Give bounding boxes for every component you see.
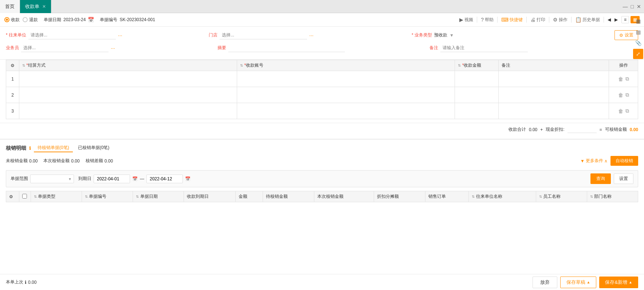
action-shortcut[interactable]: ⌨ 快捷键: [501, 17, 523, 23]
row-3-account[interactable]: [237, 103, 455, 119]
action-video[interactable]: ▶ 视频: [459, 17, 473, 23]
view-list-btn[interactable]: ≡: [621, 16, 629, 23]
row-2-account[interactable]: [237, 87, 455, 103]
summary-input[interactable]: [228, 44, 345, 52]
divider6: [604, 17, 604, 23]
row-3-settlement[interactable]: [19, 103, 237, 119]
row-3-amount[interactable]: [455, 103, 499, 119]
tab-done[interactable]: 已核销单据(0笔): [74, 144, 113, 152]
gear-icon[interactable]: ⚙: [11, 63, 15, 68]
counterparty-more-btn[interactable]: ···: [118, 32, 122, 38]
sidebar-card-icon[interactable]: ▤: [633, 27, 643, 37]
business-type-label: 业务类型: [412, 32, 432, 38]
row-2-settlement[interactable]: [19, 87, 237, 103]
sidebar-attach-icon[interactable]: 📎: [633, 38, 643, 48]
row-3-delete-icon[interactable]: 🗑: [618, 108, 623, 114]
row-1-account[interactable]: [237, 71, 455, 87]
query-button[interactable]: 查询: [590, 173, 611, 184]
discard-button[interactable]: 放弃: [533, 277, 557, 288]
counterparty-input[interactable]: [28, 31, 116, 39]
date-to-input[interactable]: [146, 175, 183, 183]
wcol-doctype: ⇅ 单据类型: [31, 191, 82, 202]
nav-prev-icon[interactable]: ◀: [608, 17, 611, 22]
action-history[interactable]: 📋 历史单据: [575, 17, 600, 23]
print-icon: 🖨: [530, 17, 535, 23]
tab-receipt[interactable]: 收款单 ✕: [20, 0, 51, 13]
doc-date-label: 单据日期: [44, 17, 61, 23]
divider2: [497, 17, 498, 23]
history-icon: 📋: [575, 17, 581, 23]
salesperson-more-btn[interactable]: ···: [111, 45, 115, 51]
range-select[interactable]: [30, 175, 74, 183]
window-minimize[interactable]: —: [623, 4, 628, 9]
nav-next-icon[interactable]: ▶: [614, 17, 618, 22]
date-from-input[interactable]: [94, 175, 130, 183]
wcol-gear-icon[interactable]: ⚙: [9, 194, 13, 199]
row-3-copy-icon[interactable]: ⧉: [625, 108, 629, 114]
business-type-arrow[interactable]: ▼: [449, 33, 454, 38]
action-print[interactable]: 🖨 打印: [530, 17, 545, 23]
main-content: 收款 退款 单据日期 2023-03-24 📅 单据编号 SK-20230324…: [0, 13, 644, 290]
row-1-delete-icon[interactable]: 🗑: [618, 76, 623, 82]
store-input[interactable]: [220, 31, 307, 39]
date-to-calendar-icon[interactable]: 📅: [185, 176, 191, 181]
radio-receipt[interactable]: 收款: [4, 17, 20, 23]
radio-refund-dot: [23, 17, 28, 22]
footer-stat: 本单上次 ℹ 0.00: [6, 279, 36, 285]
radio-refund[interactable]: 退款: [23, 17, 38, 23]
remark-label: 备注: [429, 45, 438, 51]
row-2-actions: 🗑 ⧉: [609, 87, 638, 103]
date-from-calendar-icon[interactable]: 📅: [132, 176, 138, 181]
row-3-remark[interactable]: [499, 103, 609, 119]
filter-settings-btn[interactable]: 设置: [614, 173, 633, 184]
action-help[interactable]: ? 帮助: [481, 17, 494, 23]
save-new-button[interactable]: 保存&新增 ▲: [599, 277, 638, 288]
row-3-num: 3: [6, 103, 19, 119]
row-2-copy-icon[interactable]: ⧉: [625, 92, 629, 98]
summary-row: 收款合计 0.00 + 现金折扣: = 可核销金额 0.00: [0, 123, 644, 136]
wcol-checkbox: [19, 191, 31, 202]
doc-date-calendar-icon[interactable]: 📅: [88, 17, 94, 23]
row-2-amount[interactable]: [455, 87, 499, 103]
tab-pending[interactable]: 待核销单据(0笔): [34, 144, 73, 152]
row-1-remark[interactable]: [499, 71, 609, 87]
sidebar-expand-icon[interactable]: ⤢: [633, 49, 643, 59]
writeoff-title: 核销明细: [6, 145, 26, 152]
row-3-actions: 🗑 ⧉: [609, 103, 638, 119]
discount-input[interactable]: [568, 126, 597, 133]
right-sidebar: ▦ ▤ 📎 ⤢: [632, 13, 644, 59]
col-action: 操作: [609, 60, 638, 71]
counterparty-field: 往来单位 ···: [6, 31, 206, 39]
window-maximize[interactable]: □: [631, 4, 634, 9]
more-conditions-btn[interactable]: ▼ 更多条件 ∧: [580, 158, 608, 164]
tab-receipt-close[interactable]: ✕: [42, 4, 46, 9]
wcol-receiptdate: 收款到期日: [184, 191, 235, 202]
action-operation[interactable]: ⚙ 操作: [553, 17, 568, 23]
salesperson-input[interactable]: [21, 44, 109, 52]
remark-input[interactable]: [440, 44, 528, 52]
draft-button[interactable]: 保存草稿 ▲: [560, 277, 597, 288]
row-1-amount[interactable]: [455, 71, 499, 87]
unverified-value: 0.00: [29, 158, 38, 164]
row-1-settlement[interactable]: [19, 71, 237, 87]
store-label: 门店: [209, 32, 217, 38]
current-value: 0.00: [71, 158, 79, 164]
wcol-current: 本次核销金额: [314, 191, 374, 202]
select-all-checkbox[interactable]: [22, 194, 27, 199]
tab-receipt-label: 收款单: [25, 3, 39, 10]
row-2-remark[interactable]: [499, 87, 609, 103]
row-1-copy-icon[interactable]: ⧉: [625, 76, 629, 82]
summary-field: 摘要: [217, 44, 426, 52]
action-video-label: 视频: [464, 17, 473, 23]
row-2-num: 2: [6, 87, 19, 103]
row-2-delete-icon[interactable]: 🗑: [618, 92, 623, 98]
footer-info-icon[interactable]: ℹ: [25, 280, 27, 285]
range-select-wrapper: [30, 175, 74, 183]
tab-home[interactable]: 首页: [0, 0, 20, 13]
sidebar-table-icon[interactable]: ▦: [633, 16, 643, 26]
writeoff-info-icon[interactable]: ℹ: [29, 146, 31, 151]
auto-writeoff-btn[interactable]: 自动核销: [610, 156, 638, 166]
window-close[interactable]: ✕: [637, 4, 641, 9]
wcol-salesorder: 销售订单: [425, 191, 469, 202]
store-more-btn[interactable]: ···: [309, 32, 314, 38]
